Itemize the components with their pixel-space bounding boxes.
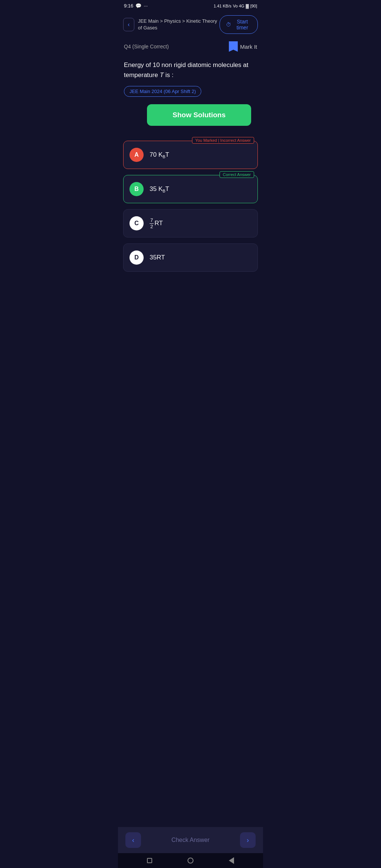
option-a-text: 70 KBT — [150, 151, 169, 159]
network-type: Vo 4G — [233, 4, 244, 8]
nav-left: ‹ JEE Main > Physics > Kinetic Theory of… — [123, 18, 220, 31]
nav-bar: ‹ JEE Main > Physics > Kinetic Theory of… — [118, 12, 263, 38]
option-d-text: 35RT — [150, 254, 165, 261]
option-b-wrapper: Correct Answer B 35 KBT — [123, 175, 258, 203]
question-text-main: Energy of 10 non rigid diatomic molecule… — [124, 61, 249, 79]
option-c-text: 7 2 RT — [150, 217, 163, 229]
option-d-circle: D — [129, 250, 144, 265]
incorrect-badge: You Marked | Incorrect Answer — [192, 137, 254, 144]
option-c-card[interactable]: C 7 2 RT — [123, 209, 258, 237]
mark-it-button[interactable]: Mark It — [229, 41, 257, 52]
show-solutions-button[interactable]: Show Solutions — [147, 104, 251, 126]
option-d-card[interactable]: D 35RT — [123, 243, 258, 272]
status-dots: ··· — [144, 3, 148, 9]
status-bar: 9:16 💬 ··· 1.41 KB/s Vo 4G ▓ [90] — [118, 0, 263, 12]
option-c-label: C — [134, 220, 139, 227]
option-b-label: B — [134, 186, 139, 192]
whatsapp-icon: 💬 — [135, 3, 141, 9]
question-meta: Q4 (Single Correct) Mark It — [118, 38, 263, 55]
battery-indicator: [90] — [250, 4, 257, 8]
fraction-7-2: 7 2 — [150, 217, 154, 229]
status-left: 9:16 💬 ··· — [124, 3, 148, 9]
timer-icon: ⏱ — [226, 22, 231, 28]
breadcrumb: JEE Main > Physics > Kinetic Theory of G… — [138, 18, 220, 31]
mark-it-label: Mark It — [240, 44, 257, 50]
options-container: You Marked | Incorrect Answer A 70 KBT C… — [118, 141, 263, 272]
option-b-circle: B — [129, 182, 144, 196]
back-icon: ‹ — [128, 21, 129, 28]
question-text: Energy of 10 non rigid diatomic molecule… — [118, 55, 263, 86]
option-a-card[interactable]: A 70 KBT — [123, 141, 258, 169]
option-d-wrapper: D 35RT — [123, 243, 258, 272]
option-c-circle: C — [129, 216, 144, 230]
back-button[interactable]: ‹ — [123, 18, 134, 31]
option-a-label: A — [134, 151, 139, 158]
network-speed: 1.41 KB/s — [214, 4, 231, 8]
option-c-wrapper: C 7 2 RT — [123, 209, 258, 237]
option-d-label: D — [134, 254, 139, 261]
question-label: Q4 (Single Correct) — [124, 44, 169, 50]
option-a-circle: A — [129, 148, 144, 162]
option-b-text: 35 KBT — [150, 185, 169, 193]
bookmark-icon — [229, 41, 238, 52]
signal-bars: ▓ — [246, 4, 249, 8]
start-timer-label: Start timer — [233, 19, 252, 31]
start-timer-button[interactable]: ⏱ Start timer — [220, 15, 258, 34]
option-a-wrapper: You Marked | Incorrect Answer A 70 KBT — [123, 141, 258, 169]
correct-badge: Correct Answer — [220, 171, 254, 178]
status-right: 1.41 KB/s Vo 4G ▓ [90] — [214, 4, 257, 8]
time: 9:16 — [124, 3, 133, 9]
question-tag: JEE Main 2024 (06 Apr Shift 2) — [124, 86, 201, 97]
option-b-card[interactable]: B 35 KBT — [123, 175, 258, 203]
